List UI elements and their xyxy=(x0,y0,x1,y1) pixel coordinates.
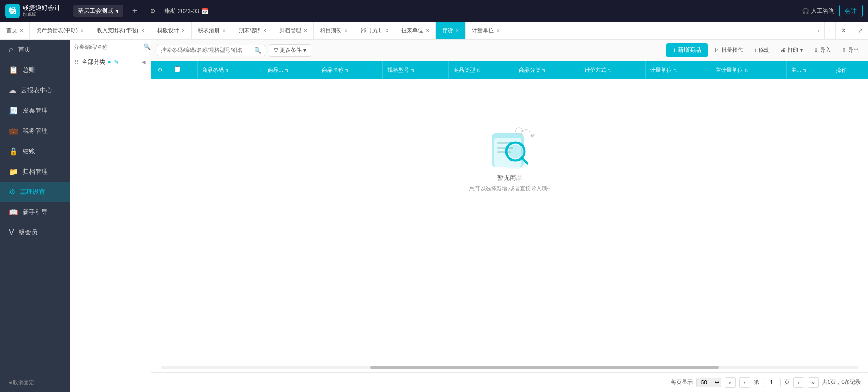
col-header-7[interactable]: 商品分类 ⇅ xyxy=(514,61,580,79)
sidebar-item-发票管理[interactable]: 🧾发票管理 xyxy=(0,100,70,121)
per-page-select[interactable]: 50 100 200 xyxy=(696,378,721,387)
tab-close-6[interactable]: × xyxy=(304,28,307,34)
total-records-label: 共0页，0条记录 xyxy=(822,378,861,386)
col-header-12[interactable]: 操作 xyxy=(831,61,868,79)
product-table: ⚙商品条码 ⇅商品... ⇅商品名称 ⇅规格型号 ⇅商品类型 ⇅商品分类 ⇅计价… xyxy=(151,61,868,79)
sidebar-icon-7: ⚙ xyxy=(9,188,15,196)
unpin-button[interactable]: ◄取消固定 xyxy=(0,373,70,392)
tab-close-2[interactable]: × xyxy=(141,28,144,34)
move-button[interactable]: ↕ 移动 xyxy=(750,45,773,56)
sidebar-icon-0: ⌂ xyxy=(9,46,14,54)
tab-item-2[interactable]: 收入支出表(年报)× xyxy=(90,22,151,40)
svg-point-7 xyxy=(509,145,522,158)
empty-subtitle: 您可以选择新增,或者直接导入哦~ xyxy=(469,185,550,193)
per-page-label: 每页显示 xyxy=(671,378,693,386)
category-search-input[interactable] xyxy=(74,44,142,50)
tab-close-1[interactable]: × xyxy=(80,28,84,34)
edit-category-icon[interactable]: ✎ xyxy=(114,59,119,66)
tab-item-0[interactable]: 首页× xyxy=(0,22,30,40)
next-page-button[interactable]: › xyxy=(793,377,804,388)
horizontal-scrollbar[interactable] xyxy=(151,363,868,372)
tab-close-7[interactable]: × xyxy=(344,28,348,34)
col-header-0[interactable]: ⚙ xyxy=(151,61,170,79)
page-number-input[interactable] xyxy=(763,378,781,387)
select-all-checkbox[interactable] xyxy=(175,66,180,72)
product-search-input[interactable] xyxy=(161,47,251,53)
tab-close-all[interactable]: ✕ xyxy=(835,22,852,40)
sidebar-item-结账[interactable]: 🔒结账 xyxy=(0,141,70,161)
sidebar-item-首页[interactable]: ⌂首页 xyxy=(0,40,70,60)
tab-close-3[interactable]: × xyxy=(182,28,185,34)
col-header-4[interactable]: 商品名称 ⇅ xyxy=(317,61,383,79)
all-category-label[interactable]: 全部分类 xyxy=(82,58,105,66)
first-page-button[interactable]: « xyxy=(725,377,736,388)
tab-item-1[interactable]: 资产负债表(中期)× xyxy=(30,22,90,40)
add-tab-button[interactable]: + xyxy=(128,2,142,20)
sidebar-icon-6: 📁 xyxy=(9,167,18,176)
sidebar-icon-1: 📋 xyxy=(9,66,18,74)
import-button[interactable]: ⬇ 导入 xyxy=(810,45,835,56)
empty-title: 暂无商品 xyxy=(497,174,523,182)
main-layout: ⌂首页📋总账☁云报表中心🧾发票管理💼税务管理🔒结账📁归档管理⚙基础设置📖新手引导… xyxy=(0,40,868,392)
add-product-button[interactable]: + 新增商品 xyxy=(666,43,708,57)
prev-page-button[interactable]: ‹ xyxy=(739,377,750,388)
tab-close-5[interactable]: × xyxy=(263,28,266,34)
batch-action-button[interactable]: ☑ 批量操作 xyxy=(711,45,747,56)
col-header-5[interactable]: 规格型号 ⇅ xyxy=(383,61,448,79)
sidebar-icon-3: 🧾 xyxy=(9,106,18,115)
page-label: 第 xyxy=(754,378,759,386)
tab-scroll-left[interactable]: ‹ xyxy=(814,22,825,40)
tab-close-4[interactable]: × xyxy=(222,28,226,34)
more-filter-button[interactable]: ▽ 更多条件 ▾ xyxy=(269,44,311,57)
sidebar-item-归档管理[interactable]: 📁归档管理 xyxy=(0,161,70,182)
sidebar-item-基础设置[interactable]: ⚙基础设置 xyxy=(0,182,70,202)
tab-item-4[interactable]: 税表清册× xyxy=(192,22,232,40)
sidebar-item-畅会员[interactable]: V畅会员 xyxy=(0,222,70,242)
tab-scroll-right[interactable]: › xyxy=(825,22,835,40)
sidebar-item-云报表中心[interactable]: ☁云报表中心 xyxy=(0,80,70,100)
col-header-10[interactable]: 主计量单位 ⇅ xyxy=(711,61,787,79)
tab-close-10[interactable]: × xyxy=(456,28,459,34)
col-header-6[interactable]: 商品类型 ⇅ xyxy=(448,61,514,79)
print-button[interactable]: 🖨 打印 ▾ xyxy=(777,45,807,56)
tab-close-0[interactable]: × xyxy=(20,28,23,34)
col-header-3[interactable]: 商品... ⇅ xyxy=(263,61,317,79)
tab-item-7[interactable]: 科目期初× xyxy=(314,22,354,40)
sidebar-item-总账[interactable]: 📋总账 xyxy=(0,60,70,80)
right-panel: 🔍 ▽ 更多条件 ▾ + 新增商品 ☑ 批量操作 xyxy=(151,40,868,392)
tab-item-10[interactable]: 存货× xyxy=(436,22,466,40)
account-button[interactable]: 会计 xyxy=(839,5,863,17)
col-header-11[interactable]: 主... ⇅ xyxy=(787,61,831,79)
sidebar-item-税务管理[interactable]: 💼税务管理 xyxy=(0,121,70,141)
search-icon: 🔍 xyxy=(143,43,151,50)
sidebar-item-新手引导[interactable]: 📖新手引导 xyxy=(0,202,70,222)
col-header-8[interactable]: 计价方式 ⇅ xyxy=(580,61,645,79)
company-selector[interactable]: 基层工会测试 ▾ xyxy=(73,5,123,17)
tab-item-8[interactable]: 部门员工× xyxy=(354,22,395,40)
tab-item-9[interactable]: 往来单位× xyxy=(395,22,436,40)
collapse-panel-button[interactable]: ◄ xyxy=(141,59,146,66)
toolbar: 🔍 ▽ 更多条件 ▾ + 新增商品 ☑ 批量操作 xyxy=(151,40,868,61)
tab-expand[interactable]: ⤢ xyxy=(852,22,868,40)
col-header-2[interactable]: 商品条码 ⇅ xyxy=(197,61,263,79)
ai-consult-button[interactable]: 🎧 人工咨询 xyxy=(802,7,835,15)
tab-item-11[interactable]: 计量单位× xyxy=(466,22,506,40)
col-header-1[interactable] xyxy=(170,61,197,79)
tab-item-5[interactable]: 期末结转× xyxy=(232,22,273,40)
tab-item-6[interactable]: 归档管理× xyxy=(273,22,314,40)
top-header: 畅 畅捷通好会计 旗舰版 基层工会测试 ▾ + ⚙ 账期 2023-03 📅 🎧… xyxy=(0,0,868,22)
sidebar: ⌂首页📋总账☁云报表中心🧾发票管理💼税务管理🔒结账📁归档管理⚙基础设置📖新手引导… xyxy=(0,40,70,392)
tab-close-9[interactable]: × xyxy=(426,28,429,34)
tab-item-3[interactable]: 模版设计× xyxy=(151,22,192,40)
empty-illustration xyxy=(478,115,542,174)
export-button[interactable]: ⬆ 导出 xyxy=(838,45,863,56)
sidebar-icon-9: V xyxy=(9,228,14,236)
tab-close-11[interactable]: × xyxy=(496,28,500,34)
category-panel: 🔍 ⠿ 全部分类 ● ✎ ◄ xyxy=(70,40,151,392)
last-page-button[interactable]: » xyxy=(808,377,819,388)
logo-area: 畅 畅捷通好会计 旗舰版 xyxy=(5,4,69,18)
search-submit-icon[interactable]: 🔍 xyxy=(254,47,261,54)
settings-button[interactable]: ⚙ xyxy=(146,2,160,20)
tab-close-8[interactable]: × xyxy=(385,28,388,34)
col-header-9[interactable]: 计量单位 ⇅ xyxy=(646,61,711,79)
